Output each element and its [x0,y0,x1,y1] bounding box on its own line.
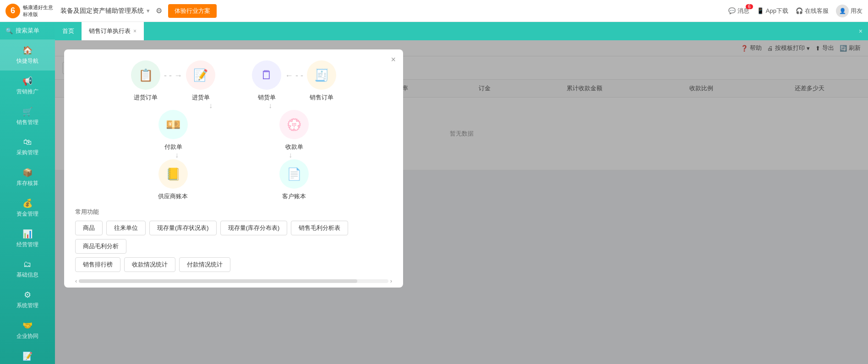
finance-icon: 💰 [22,198,33,208]
guide-icon: 📝 [22,351,33,361]
sidebar-item-marketing[interactable]: 📢 营销推广 [0,71,55,101]
app-download-button[interactable]: 📱 App下载 [757,7,788,15]
down-arrow-right: ↓ [252,102,307,110]
modal-overlay: × 📋 进货订单 - - → [55,40,868,364]
logo-icon: 6 [5,4,20,18]
modal-scrollbar-area: ‹ › [75,277,392,284]
payment-node: 💴 付款单 [158,110,188,151]
scrollbar-track [79,279,388,283]
main-layout: 🔍 搜索菜单 🏠 快捷导航 📢 营销推广 🛒 销售管理 🛍 采购管理 📦 库存核… [0,22,868,364]
supplier-wrapper: 📒 供应商账本 [142,159,188,201]
user-button[interactable]: 👤 用友 [836,5,863,17]
func-btn-product[interactable]: 商品 [75,221,103,235]
tab-close-all-button[interactable]: × [853,27,868,35]
message-button[interactable]: 💬 消息 6 [728,7,749,15]
sidebar-item-enterprise[interactable]: 🤝 企业协同 [0,315,55,346]
system-dropdown-icon[interactable]: ▾ [147,7,150,14]
tab-home[interactable]: 首页 [55,22,82,40]
sidebar: 🔍 搜索菜单 🏠 快捷导航 📢 营销推广 🛒 销售管理 🛍 采购管理 📦 库存核… [0,22,55,364]
func-btn-product-margin[interactable]: 商品毛利分析 [75,239,126,254]
logo-area: 6 畅康通好生意 标准版 [5,4,60,18]
online-service-button[interactable]: 🎧 在线客服 [796,7,829,15]
flow-bottom-row: 📒 供应商账本 📄 客户账本 [75,159,392,201]
sidebar-item-quick-nav[interactable]: 🏠 快捷导航 [0,40,55,71]
tab-bar: 首页 销售订单执行表 × × [55,22,868,40]
sidebar-item-sales[interactable]: 🛒 销售管理 [0,101,55,132]
system-name: 装备及固定资产辅助管理系统 [60,7,144,15]
receipt-wrapper: 💮 收款单 [279,110,325,151]
operation-icon: 📊 [22,229,33,239]
page-content: ❓ 帮助 🖨 按模板打印 ▾ ⬆ 导出 🔄 刷新 [55,40,868,364]
arrow-left-1: ← - - [281,71,307,81]
tab-sales-order[interactable]: 销售订单执行表 × [82,22,144,40]
customer-account-node: 📄 客户账本 [279,159,309,201]
customer-wrapper: 📄 客户账本 [279,159,325,201]
avatar: 👤 [836,5,849,17]
flow-modal: × 📋 进货订单 - - → [64,49,403,288]
purchase-flow: 📋 进货订单 - - → 📝 进货单 [131,60,215,102]
sales-order-node: 🧾 销售订单 [307,60,336,102]
sidebar-item-purchase[interactable]: 🛍 采购管理 [0,132,55,162]
sidebar-item-finance[interactable]: 💰 资金管理 [0,193,55,223]
purchase-bill-label: 进货单 [192,93,210,102]
trial-button[interactable]: 体验行业方案 [168,4,217,18]
sales-bill-label: 销货单 [258,93,276,102]
sidebar-item-basic[interactable]: 🗂 基础信息 [0,254,55,284]
purchase-bill-circle[interactable]: 📝 [186,60,215,90]
func-btn-counterpart[interactable]: 往来单位 [106,221,146,235]
receipt-circle[interactable]: 💮 [279,110,309,139]
download-icon: 📱 [757,7,764,14]
basic-icon: 🗂 [23,260,32,269]
func-btn-sales-rank[interactable]: 销售排行榜 [75,257,120,272]
customer-account-circle[interactable]: 📄 [279,159,309,189]
sidebar-item-inventory[interactable]: 📦 库存核算 [0,162,55,193]
message-icon: 💬 [728,7,736,14]
supplier-account-node: 📒 供应商账本 [158,159,188,201]
func-btn-stock-dist[interactable]: 现存量(库存分布表) [220,221,288,235]
sales-order-label: 销售订单 [310,93,333,102]
logo-text: 畅康通好生意 标准版 [23,4,53,17]
payment-label: 付款单 [164,143,182,151]
arrows-row-2: ↓ ↓ [75,151,392,159]
sidebar-item-guide[interactable]: 📝 新手引导 [0,346,55,364]
sales-flow: 🗒 销货单 ← - - 🧾 销售订单 [252,60,336,102]
sidebar-item-operation[interactable]: 📊 经营管理 [0,223,55,254]
sales-order-circle[interactable]: 🧾 [307,60,336,90]
down-arrow-left: ↓ [160,102,215,110]
system-name-area: 装备及固定资产辅助管理系统 ▾ ⚙ 体验行业方案 [60,4,728,18]
purchase-icon: 🛍 [23,137,32,147]
payment-circle[interactable]: 💴 [158,110,188,139]
scrollbar-thumb[interactable] [79,279,357,283]
enterprise-icon: 🤝 [22,321,33,331]
tab-close-icon[interactable]: × [133,28,136,34]
arrows-row: ↓ ↓ [75,102,392,110]
system-icon: ⚙ [24,290,31,300]
purchase-order-node: 📋 进货订单 [131,60,160,102]
marketing-icon: 📢 [22,76,33,86]
sales-bill-circle[interactable]: 🗒 [252,60,281,90]
down-arrow-left-2: ↓ [142,151,188,159]
customer-account-label: 客户账本 [282,192,306,201]
payment-wrapper: 💴 付款单 [142,110,188,151]
func-btn-sales-margin[interactable]: 销售毛利分析表 [291,221,348,235]
flow-top-row: 📋 进货订单 - - → 📝 进货单 [75,60,392,102]
inventory-icon: 📦 [22,168,33,178]
header-right: 💬 消息 6 📱 App下载 🎧 在线客服 👤 用友 [728,5,863,17]
func-btn-stock-status[interactable]: 现存量(库存状况表) [149,221,217,235]
content-area: 首页 销售订单执行表 × × ❓ 帮助 🖨 按模板打 [55,22,868,364]
scroll-right-icon[interactable]: › [390,277,392,284]
gear-button[interactable]: ⚙ [153,5,165,17]
func-btn-payment-stat[interactable]: 付款情况统计 [179,257,230,272]
sidebar-search[interactable]: 🔍 搜索菜单 [0,22,55,40]
func-buttons-row1: 商品 往来单位 现存量(库存状况表) 现存量(库存分布表) 销售毛利分析表 商品… [75,221,392,254]
purchase-order-circle[interactable]: 📋 [131,60,160,90]
func-btn-receipt-stat[interactable]: 收款情况统计 [124,257,175,272]
receipt-label: 收款单 [285,143,303,151]
scroll-left-icon[interactable]: ‹ [75,277,77,284]
modal-close-button[interactable]: × [391,55,396,65]
message-badge: 6 [746,4,753,9]
supplier-account-circle[interactable]: 📒 [158,159,188,189]
sidebar-item-system[interactable]: ⚙ 系统管理 [0,284,55,315]
flow-diagram: 📋 进货订单 - - → 📝 进货单 [75,60,392,201]
purchase-bill-node: 📝 进货单 [186,60,215,102]
